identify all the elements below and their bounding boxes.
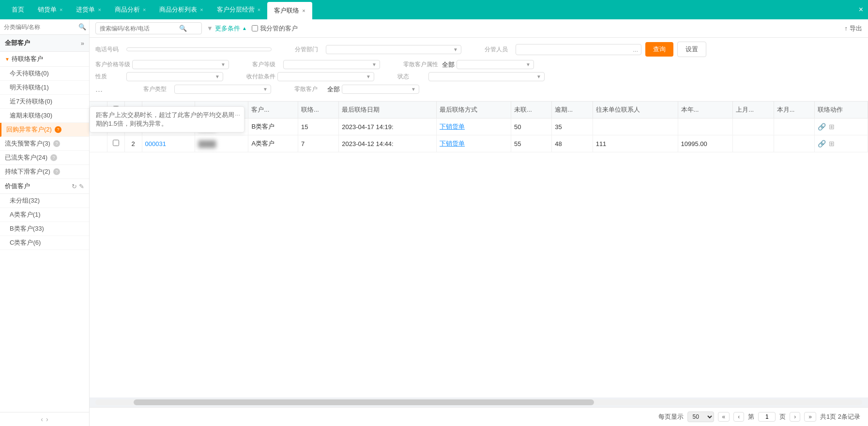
my-customer-check[interactable] (252, 25, 258, 31)
row-this-year (678, 118, 733, 135)
row-code[interactable]: 000031 (142, 135, 195, 152)
sidebar-item-repeat-abnormal[interactable]: 回购异常客户(2) ? (0, 123, 89, 137)
gender-select[interactable]: ▼ (126, 72, 223, 81)
close-purchase-icon[interactable]: × (98, 7, 101, 13)
sidebar-item-a-class[interactable]: A类客户(1) (0, 208, 89, 222)
sidebar-item-ungroup[interactable]: 未分组(32) (0, 194, 89, 208)
table-row: 2 000031 ████ A类客户 7 2023-04-12 14:44: 下… (90, 135, 868, 152)
payment-select[interactable]: ▼ (277, 72, 374, 81)
payment-field: 收付款条件 ▼ (246, 72, 374, 81)
nav-sales[interactable]: 销货单 × (31, 0, 69, 19)
row-last-contact-method[interactable]: 下销货单 (437, 135, 511, 152)
table-scrollbar[interactable] (95, 399, 862, 405)
continuous-down-info-icon[interactable]: ? (53, 168, 60, 175)
person-select[interactable]: ... (516, 44, 641, 55)
col-last-month[interactable]: 上月... (733, 102, 774, 118)
nav-goods-list[interactable]: 商品分析列表 × (152, 0, 210, 19)
my-customer-checkbox[interactable]: 我分管的客户 (252, 24, 298, 33)
row-last-contact-method[interactable]: 下销货单 (437, 118, 511, 135)
more-filter-ellipsis[interactable]: ... (95, 84, 103, 94)
sidebar-item-7days[interactable]: 近7天待联络(0) (0, 95, 89, 109)
row-checkbox[interactable] (113, 140, 119, 146)
close-goods-analysis-icon[interactable]: × (143, 7, 146, 13)
sidebar-search-icon[interactable]: 🔍 (78, 23, 86, 30)
sidebar-item-overdue[interactable]: 逾期未联络(30) (0, 109, 89, 123)
row-grid-icon[interactable]: ⊞ (829, 123, 835, 131)
row-customer-type: A类客户 (248, 135, 298, 152)
lost-potential-info-icon[interactable]: ? (53, 140, 60, 147)
retail-customer-arrow-icon: ▼ (411, 87, 416, 92)
nav-customer-layer[interactable]: 客户分层经营 × (210, 0, 267, 19)
close-goods-list-icon[interactable]: × (200, 7, 203, 13)
sidebar-item-continuous-down[interactable]: 持续下滑客户(2) ? (0, 165, 89, 179)
page-number-input[interactable] (758, 412, 776, 422)
wait-contact-group[interactable]: ▼ 待联络客户 (0, 52, 89, 67)
sidebar-item-lost[interactable]: 已流失客户(24) ? (0, 151, 89, 165)
col-related-contact[interactable]: 往来单位联系人 (593, 102, 678, 118)
repeat-abnormal-info-icon[interactable]: ? (55, 126, 61, 133)
col-last-method[interactable]: 最后联络方式 (437, 102, 511, 118)
value-customer-group[interactable]: 价值客户 ↻ ✎ (0, 179, 89, 194)
nav-goods-analysis[interactable]: 商品分析 × (108, 0, 152, 19)
sidebar-next-icon[interactable]: › (46, 415, 48, 423)
export-btn[interactable]: ↑ 导出 (845, 24, 863, 33)
col-overdue[interactable]: 逾期... (552, 102, 593, 118)
already-lost-info-icon[interactable]: ? (50, 154, 57, 161)
last-page-btn[interactable]: » (804, 412, 816, 422)
customer-grade-select[interactable]: ▼ (283, 60, 380, 69)
col-this-year[interactable]: 本年... (678, 102, 733, 118)
row-grid-icon[interactable]: ⊞ (829, 140, 835, 147)
tooltip-close-icon[interactable]: ... (235, 110, 240, 117)
row-link-icon[interactable]: 🔗 (818, 123, 826, 131)
next-page-btn[interactable]: › (790, 412, 800, 422)
dept-select[interactable]: ▼ (326, 45, 461, 54)
gender-field: 性质 ▼ (95, 72, 223, 81)
sidebar-item-b-class[interactable]: B类客户(33) (0, 222, 89, 236)
nav-purchase[interactable]: 进货单 × (69, 0, 107, 19)
top-nav: 首页 销货单 × 进货单 × 商品分析 × 商品分析列表 × 客户分层经营 × … (0, 0, 868, 19)
col-last-date[interactable]: 最后联络日期 (339, 102, 437, 118)
nav-home[interactable]: 首页 (5, 0, 31, 19)
col-uncontacted[interactable]: 未联... (511, 102, 552, 118)
retail-attr-select[interactable]: ▼ (457, 60, 534, 69)
more-caret-icon: ▲ (242, 26, 247, 31)
status-select[interactable]: ▼ (428, 72, 545, 81)
main-layout: 🔍 全部客户 » ▼ 待联络客户 今天待联络(0) 明天待联络(1) 近7天待联… (0, 19, 868, 426)
settings-button[interactable]: 设置 (677, 42, 706, 57)
close-all-tabs-icon[interactable]: × (859, 5, 863, 14)
col-contact-count[interactable]: 联络... (298, 102, 339, 118)
sidebar-item-today[interactable]: 今天待联络(0) (0, 67, 89, 81)
prev-page-btn[interactable]: ‹ (733, 412, 744, 422)
more-conditions-btn[interactable]: ▼ 更多条件 ▲ (207, 24, 247, 33)
retail-customer-select[interactable]: ▼ (342, 85, 419, 94)
nav-customer-contact[interactable]: 客户联络 × (267, 2, 312, 19)
phone-select[interactable] (126, 47, 272, 51)
row-link-icon[interactable]: 🔗 (818, 140, 826, 147)
value-customer-edit-icon[interactable]: ✎ (79, 183, 84, 190)
customer-type-select[interactable]: ▼ (174, 85, 271, 94)
col-this-month[interactable]: 本月... (774, 102, 814, 118)
all-customers-header[interactable]: 全部客户 » (0, 35, 89, 52)
sidebar-item-lost-warning[interactable]: 流失预警客户(3) ? (0, 137, 89, 151)
search-input[interactable] (100, 25, 177, 32)
collapse-sidebar-icon[interactable]: » (81, 40, 84, 47)
row-this-month (774, 118, 814, 135)
payment-arrow-icon: ▼ (366, 74, 371, 79)
search-input-icon[interactable]: 🔍 (179, 25, 187, 32)
query-button[interactable]: 查询 (645, 42, 673, 57)
first-page-btn[interactable]: « (718, 412, 730, 422)
sidebar-item-tomorrow[interactable]: 明天待联络(1) (0, 81, 89, 95)
sidebar-search-input[interactable] (4, 24, 76, 30)
page-label: 第 (748, 412, 754, 421)
close-customer-contact-icon[interactable]: × (302, 8, 305, 14)
per-page-select[interactable]: 50 100 200 (687, 411, 714, 422)
close-customer-layer-icon[interactable]: × (258, 7, 260, 13)
col-type[interactable]: 客户... (248, 102, 298, 118)
close-sales-icon[interactable]: × (60, 7, 62, 13)
price-grade-select[interactable]: ▼ (132, 60, 229, 69)
value-customer-refresh-icon[interactable]: ↻ (72, 183, 77, 190)
adv-filter-row4: ... 客户类型 ▼ 零散客户 全部 ▼ (95, 84, 862, 94)
sidebar-item-c-class[interactable]: C类客户(6) (0, 236, 89, 250)
person-field: 分管人员 ... (485, 44, 641, 55)
sidebar-prev-icon[interactable]: ‹ (41, 415, 43, 423)
